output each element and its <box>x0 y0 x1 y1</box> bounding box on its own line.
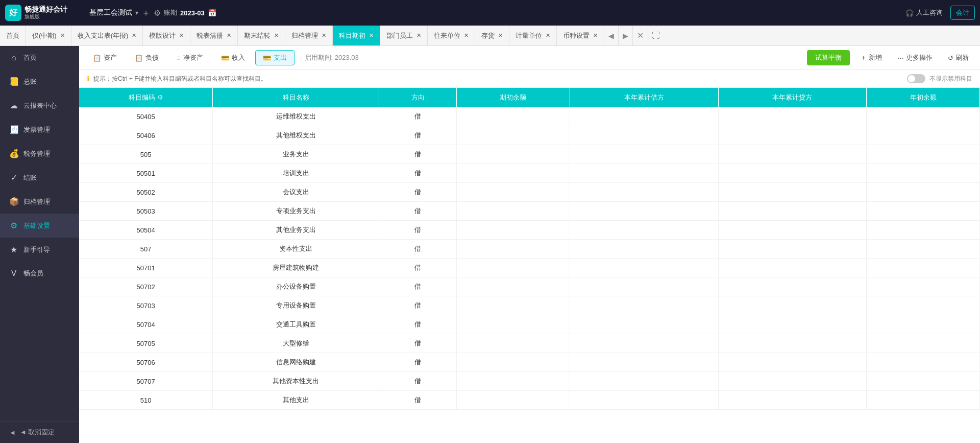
table-row[interactable]: 50702 办公设备购置 借 <box>79 277 980 296</box>
table-row[interactable]: 50703 专用设备购置 借 <box>79 296 980 315</box>
tab-kemuqichu[interactable]: 科目期初 ✕ <box>333 26 380 46</box>
tab-prev-btn[interactable]: ◀ <box>604 26 619 46</box>
table-row[interactable]: 50701 房屋建筑物购建 借 <box>79 259 980 277</box>
calc-balance-btn[interactable]: 试算平衡 <box>807 50 850 65</box>
tab-close-icon[interactable]: ✕ <box>416 32 421 39</box>
table-row[interactable]: 50406 其他维权支出 借 <box>79 126 980 145</box>
company-dropdown-icon[interactable]: ▾ <box>135 9 138 16</box>
table-row[interactable]: 50502 会议支出 借 <box>79 183 980 202</box>
sidebar-item-settings[interactable]: ⚙ 基础设置 <box>0 214 79 238</box>
cell-code: 50702 <box>79 277 213 296</box>
sidebar-item-tax[interactable]: 💰 税务管理 <box>0 142 79 166</box>
cell-ncye <box>867 391 980 410</box>
tab-qimo[interactable]: 期末结转 ✕ <box>238 26 285 46</box>
cell-ljjf <box>570 259 718 277</box>
sub-tab-asset[interactable]: 📋 资产 <box>85 50 125 65</box>
toggle-disabled-switch[interactable]: 不显示禁用科目 <box>907 74 972 83</box>
sub-tabs-bar: 📋 资产 📋 负债 ≡ 净资产 💳 收入 💳 支出 启用期间: 2023.03 <box>79 46 980 70</box>
cell-ljdf <box>718 296 867 315</box>
table-row[interactable]: 50501 培训支出 借 <box>79 164 980 183</box>
settings-icon[interactable]: ⚙ <box>154 8 161 18</box>
tab-shuibiao[interactable]: 税表清册 ✕ <box>190 26 238 46</box>
tab-close-icon[interactable]: ✕ <box>498 32 503 39</box>
table-row[interactable]: 510 其他支出 借 <box>79 391 980 410</box>
sidebar-item-ledger[interactable]: 📒 总账 <box>0 69 79 94</box>
tab-close-icon[interactable]: ✕ <box>546 32 550 39</box>
cell-ncye <box>867 353 980 372</box>
tab-label: 收入支出表(年报) <box>78 31 129 40</box>
cell-code: 50701 <box>79 259 213 277</box>
kuaiji-btn[interactable]: 会计 <box>950 6 975 20</box>
switch-control[interactable] <box>907 74 925 83</box>
col-name: 科目名称 <box>213 88 379 107</box>
table-row[interactable]: 50503 专项业务支出 借 <box>79 202 980 221</box>
tab-label: 归档管理 <box>291 31 318 40</box>
table-row[interactable]: 50504 其他业务支出 借 <box>79 221 980 240</box>
cell-ljjf <box>570 372 718 391</box>
sidebar-item-member[interactable]: V 畅会员 <box>0 262 79 285</box>
app-sub: 旗舰版 <box>24 13 67 20</box>
sidebar-item-archive[interactable]: 📦 归档管理 <box>0 190 79 214</box>
tab-close-icon[interactable]: ✕ <box>322 32 326 39</box>
tab-label: 期末结转 <box>244 31 271 40</box>
tab-bumen[interactable]: 部门员工 ✕ <box>380 26 428 46</box>
cell-ljjf <box>570 107 718 126</box>
tab-home[interactable]: 首页 <box>0 26 26 46</box>
sidebar-item-invoice[interactable]: 🧾 发票管理 <box>0 118 79 142</box>
tab-guidang[interactable]: 归档管理 ✕ <box>285 26 333 46</box>
col-settings-icon[interactable]: ⚙ <box>157 94 163 101</box>
table-row[interactable]: 50707 其他资本性支出 借 <box>79 372 980 391</box>
cell-dir: 借 <box>379 391 456 410</box>
tab-close-icon[interactable]: ✕ <box>464 32 469 39</box>
cell-ljdf <box>718 164 867 183</box>
tab-close-icon[interactable]: ✕ <box>593 32 598 39</box>
tab-jiliang[interactable]: 计量单位 ✕ <box>509 26 557 46</box>
more-actions-btn[interactable]: ⋯ 更多操作 <box>892 51 938 65</box>
tab-moban[interactable]: 模版设计 ✕ <box>143 26 190 46</box>
cell-code: 507 <box>79 240 213 259</box>
cancel-pin-btn[interactable]: ◄ ◄ 取消固定 <box>0 421 79 443</box>
tab-zhongqi[interactable]: 仅(中期) ✕ <box>26 26 71 46</box>
tab-bizhong[interactable]: 币种设置 ✕ <box>557 26 604 46</box>
tab-expand-btn[interactable]: ⛶ <box>648 26 664 46</box>
sub-tab-netasset[interactable]: ≡ 净资产 <box>169 50 211 65</box>
tab-next-btn[interactable]: ▶ <box>619 26 633 46</box>
sub-tab-expense[interactable]: 💳 支出 <box>255 50 295 65</box>
sidebar-item-guide[interactable]: ★ 新手引导 <box>0 238 79 262</box>
table-row[interactable]: 505 业务支出 借 <box>79 145 980 164</box>
table-row[interactable]: 50405 运维维权支出 借 <box>79 107 980 126</box>
tab-close-icon[interactable]: ✕ <box>60 32 65 39</box>
tab-close-icon[interactable]: ✕ <box>274 32 279 39</box>
table-row[interactable]: 50706 信息网络购建 借 <box>79 353 980 372</box>
tab-wanglai[interactable]: 往来单位 ✕ <box>428 26 475 46</box>
cell-ljjf <box>570 145 718 164</box>
cell-ljjf <box>570 126 718 145</box>
tab-label: 科目期初 <box>339 31 365 40</box>
sub-tab-income[interactable]: 💳 收入 <box>213 50 253 65</box>
table-row[interactable]: 507 资本性支出 借 <box>79 240 980 259</box>
calendar-icon[interactable]: 📅 <box>208 9 216 17</box>
sidebar-item-home[interactable]: ⌂ 首页 <box>0 46 79 69</box>
cell-dir: 借 <box>379 277 456 296</box>
sub-tab-debt[interactable]: 📋 负债 <box>127 50 166 65</box>
sidebar-item-settle[interactable]: ✓ 结账 <box>0 166 79 190</box>
tab-close-icon[interactable]: ✕ <box>369 32 374 39</box>
tab-shouru[interactable]: 收入支出表(年报) ✕ <box>71 26 143 46</box>
tab-close-all-btn[interactable]: ✕ <box>633 26 648 46</box>
tab-close-icon[interactable]: ✕ <box>179 32 184 39</box>
cell-dir: 借 <box>379 164 456 183</box>
refresh-btn[interactable]: ↺ 刷新 <box>943 51 974 65</box>
cell-dir: 借 <box>379 240 456 259</box>
tab-cunhuo[interactable]: 存货 ✕ <box>475 26 509 46</box>
tab-close-icon[interactable]: ✕ <box>132 32 136 39</box>
cell-dir: 借 <box>379 183 456 202</box>
table-row[interactable]: 50704 交通工具购置 借 <box>79 315 980 334</box>
add-company-btn[interactable]: ＋ <box>141 7 151 19</box>
add-btn[interactable]: ＋ 新增 <box>855 51 887 65</box>
tab-close-icon[interactable]: ✕ <box>227 32 231 39</box>
cell-name: 专项业务支出 <box>213 202 379 221</box>
ledger-icon: 📒 <box>9 77 18 86</box>
table-row[interactable]: 50705 大型修缮 借 <box>79 334 980 353</box>
sidebar-item-report[interactable]: ☁ 云报表中心 <box>0 94 79 118</box>
ai-consult-btn[interactable]: 🎧 人工咨询 <box>905 8 943 17</box>
